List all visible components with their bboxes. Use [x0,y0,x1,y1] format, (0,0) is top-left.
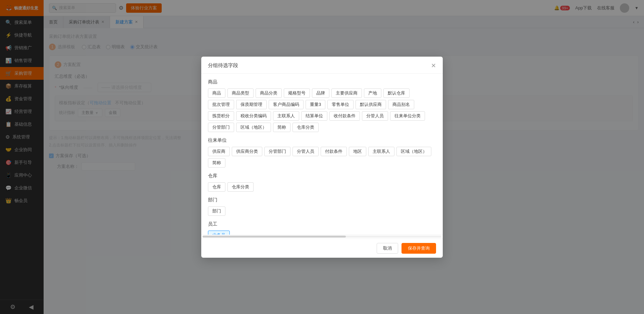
tag-dept-mgmt2[interactable]: 分管部门 [264,147,290,156]
tag-pick-points[interactable]: 拣货积分 [208,111,234,121]
tags-row-goods: 商品商品类型商品分类规格型号品牌主要供应商产地默认仓库批次管理保质期管理客户商品… [208,88,436,132]
tag-short-name2[interactable]: 简称 [208,158,225,168]
tag-inter-unit-category[interactable]: 往来单位分类 [390,111,425,121]
modal-footer: 取消 保存并查询 [201,239,443,258]
tag-supplier-category[interactable]: 供应商分类 [232,147,262,156]
tag-brand[interactable]: 品牌 [312,88,329,98]
tag-retail-unit[interactable]: 零售单位 [327,100,354,109]
tags-row-counterpart: 供应商供应商分类分管部门分管人员付款条件地区主联系人区域（地区）简称 [208,147,436,168]
modal-header: 分组待选字段 ✕ [201,57,443,74]
tag-warehouse[interactable]: 仓库 [208,182,225,192]
tag-warehouse-category[interactable]: 仓库分类 [292,123,319,132]
tags-row-dept: 部门 [208,206,436,216]
tag-salesperson[interactable]: 业务员 [208,231,230,235]
h-scrollbar[interactable] [201,235,443,239]
tag-payment-terms[interactable]: 收付款条件 [329,111,360,121]
tag-warehouse-cat[interactable]: 仓库分类 [227,182,254,192]
tag-tax-code[interactable]: 税收分类编码 [236,111,271,121]
tag-main-supplier[interactable]: 主要供应商 [331,88,362,98]
tag-weight3[interactable]: 重量3 [306,100,325,109]
tag-staff-mgmt[interactable]: 分管人员 [292,147,319,156]
tag-batch-mgmt[interactable]: 批次管理 [208,100,234,109]
tag-default-warehouse[interactable]: 默认仓库 [383,88,410,98]
tag-customer-code[interactable]: 客户商品编码 [269,100,304,109]
section-title-dept: 部门 [208,197,436,203]
tag-dept-mgmt[interactable]: 分管部门 [208,123,234,132]
tag-region[interactable]: 区域（地区） [236,123,271,132]
tag-goods-category[interactable]: 商品分类 [256,88,282,98]
tag-short-name[interactable]: 简称 [273,123,290,132]
section-title-staff: 员工 [208,221,436,227]
h-scroll-thumb [203,236,346,238]
tag-goods[interactable]: 商品 [208,88,225,98]
tag-dept[interactable]: 部门 [208,206,225,216]
modal-body: 商品商品商品类型商品分类规格型号品牌主要供应商产地默认仓库批次管理保质期管理客户… [201,74,443,235]
modal: 分组待选字段 ✕ 商品商品商品类型商品分类规格型号品牌主要供应商产地默认仓库批次… [201,57,443,258]
tag-area[interactable]: 地区 [349,147,366,156]
tag-manager[interactable]: 分管人员 [362,111,388,121]
tag-payment-cond[interactable]: 付款条件 [321,147,347,156]
tag-supplier[interactable]: 供应商 [208,147,230,156]
confirm-button[interactable]: 保存并查询 [401,243,436,254]
tags-row-staff: 业务员 [208,231,436,235]
tag-contact[interactable]: 主联系人 [273,111,299,121]
tag-alias[interactable]: 商品别名 [388,100,414,109]
section-title-counterpart: 往来单位 [208,137,436,143]
tag-spec-type[interactable]: 规格型号 [284,88,310,98]
tag-default-supplier[interactable]: 默认供应商 [356,100,386,109]
modal-title: 分组待选字段 [208,62,238,69]
section-title-goods: 商品 [208,79,436,85]
cancel-button[interactable]: 取消 [377,243,398,254]
modal-overlay: 分组待选字段 ✕ 商品商品商品类型商品分类规格型号品牌主要供应商产地默认仓库批次… [0,0,644,314]
tag-main-contact[interactable]: 主联系人 [368,147,394,156]
tag-region2[interactable]: 区域（地区） [396,147,431,156]
section-title-warehouse: 仓库 [208,173,436,179]
tags-row-warehouse: 仓库仓库分类 [208,182,436,192]
tag-goods-type[interactable]: 商品类型 [227,88,254,98]
tag-quality-mgmt[interactable]: 保质期管理 [236,100,267,109]
h-scroll-track [203,236,441,238]
tag-origin[interactable]: 产地 [364,88,381,98]
tag-settle-unit[interactable]: 结算单位 [301,111,327,121]
modal-close-btn[interactable]: ✕ [431,62,436,69]
